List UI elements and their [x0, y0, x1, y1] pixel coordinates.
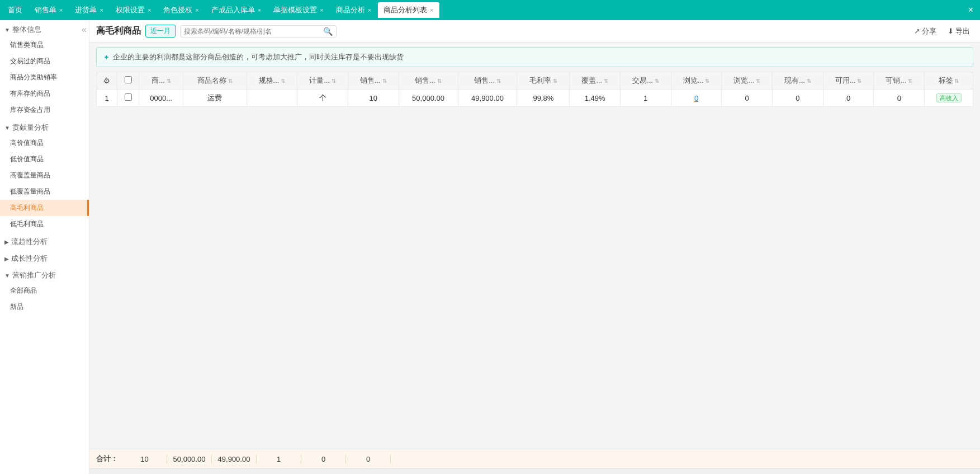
- tab-close-icon[interactable]: ×: [320, 7, 323, 13]
- sort-icon[interactable]: ⇅: [856, 78, 862, 84]
- col-header-views2[interactable]: 浏览... ⇅: [722, 72, 773, 90]
- col-label: 可销...: [886, 76, 906, 85]
- col-header-tag[interactable]: 标签 ⇅: [925, 72, 973, 90]
- sort-icon[interactable]: ⇅: [704, 78, 710, 84]
- nav-tab-角色授权[interactable]: 角色授权×: [158, 2, 204, 18]
- nav-tab-销售单[interactable]: 销售单×: [29, 2, 68, 18]
- sidebar-item-高覆盖量商品[interactable]: 高覆盖量商品: [0, 167, 89, 184]
- sidebar-group-贡献量分析[interactable]: ▼贡献量分析: [0, 118, 89, 135]
- cell-sellable_stock: 0: [874, 90, 925, 107]
- sort-icon[interactable]: ⇅: [551, 78, 557, 84]
- col-header-current_stock[interactable]: 现有... ⇅: [773, 72, 823, 90]
- tab-close-icon[interactable]: ×: [195, 7, 198, 13]
- col-header-available_stock[interactable]: 可用... ⇅: [823, 72, 874, 90]
- cell-checkbox[interactable]: [117, 90, 139, 107]
- search-icon[interactable]: 🔍: [323, 27, 333, 36]
- col-header-sellable_stock[interactable]: 可销... ⇅: [874, 72, 925, 90]
- sidebar-item-高毛利商品[interactable]: 高毛利商品: [0, 200, 89, 216]
- tab-close-icon[interactable]: ×: [368, 7, 371, 13]
- sidebar-collapse-button[interactable]: «: [82, 25, 87, 35]
- col-label: 可用...: [835, 76, 856, 85]
- col-header-sales_amount[interactable]: 销售... ⇅: [399, 72, 458, 90]
- sidebar-item-低毛利商品[interactable]: 低毛利商品: [0, 216, 89, 232]
- col-header-spec[interactable]: 规格... ⇅: [247, 72, 297, 90]
- page-title: 高毛利商品: [96, 25, 141, 37]
- sort-icon[interactable]: ⇅: [754, 78, 760, 84]
- sidebar-group-整体信息[interactable]: ▼整体信息: [0, 20, 89, 37]
- sidebar-group-营销推广分析[interactable]: ▼营销推广分析: [0, 266, 89, 283]
- tab-close-icon[interactable]: ×: [258, 7, 261, 13]
- footer-sales-profit: 49,900.00: [212, 455, 257, 463]
- col-header-views1[interactable]: 浏览... ⇅: [671, 72, 722, 90]
- share-icon: ↗: [914, 27, 920, 35]
- tab-close-icon[interactable]: ×: [430, 7, 433, 13]
- data-table: ⚙商... ⇅商品名称 ⇅规格... ⇅计量... ⇅销售... ⇅销售... …: [96, 72, 973, 107]
- sidebar-item-有库存的商品[interactable]: 有库存的商品: [0, 86, 89, 102]
- nav-tab-商品分析列表[interactable]: 商品分析列表×: [378, 2, 439, 18]
- sidebar-item-低覆盖量商品[interactable]: 低覆盖量商品: [0, 184, 89, 200]
- nav-tab-商品分析[interactable]: 商品分析×: [330, 2, 377, 18]
- col-label: 销售...: [474, 76, 495, 85]
- col-header-transaction[interactable]: 交易... ⇅: [621, 72, 671, 90]
- footer-available-stock: 0: [346, 455, 391, 463]
- cell-spec: [247, 90, 297, 107]
- footer-current-stock: 0: [301, 455, 346, 463]
- sort-icon[interactable]: ⇅: [653, 78, 659, 84]
- search-input[interactable]: [184, 27, 323, 35]
- window-close-button[interactable]: ×: [964, 5, 978, 15]
- col-header-unit[interactable]: 计量... ⇅: [297, 72, 348, 90]
- sidebar-item-全部商品[interactable]: 全部商品: [0, 283, 89, 299]
- tab-close-icon[interactable]: ×: [100, 7, 103, 13]
- sort-icon[interactable]: ⇅: [805, 78, 811, 84]
- nav-tab-进货单[interactable]: 进货单×: [69, 2, 108, 18]
- select-all-checkbox[interactable]: [125, 76, 132, 83]
- sidebar-item-低价值商品[interactable]: 低价值商品: [0, 151, 89, 167]
- settings-icon[interactable]: ⚙: [103, 77, 110, 85]
- sort-icon[interactable]: ⇅: [953, 78, 959, 84]
- tab-close-icon[interactable]: ×: [148, 7, 151, 13]
- col-header-sku_code[interactable]: 商... ⇅: [139, 72, 183, 90]
- sort-icon[interactable]: ⇅: [279, 78, 285, 84]
- tab-close-icon[interactable]: ×: [59, 7, 63, 13]
- sort-icon[interactable]: ⇅: [602, 78, 608, 84]
- table-wrapper: ⚙商... ⇅商品名称 ⇅规格... ⇅计量... ⇅销售... ⇅销售... …: [96, 72, 973, 449]
- col-header-settings[interactable]: ⚙: [97, 72, 117, 90]
- share-button[interactable]: ↗ 分享: [911, 25, 940, 37]
- footer-transaction: 1: [257, 455, 301, 463]
- cell-views1[interactable]: 0: [671, 90, 722, 107]
- export-button[interactable]: ⬇ 导出: [944, 25, 973, 37]
- row-checkbox[interactable]: [125, 93, 132, 101]
- sort-icon[interactable]: ⇅: [495, 78, 501, 84]
- views-link[interactable]: 0: [694, 94, 698, 102]
- col-header-sales_qty[interactable]: 销售... ⇅: [348, 72, 399, 90]
- col-label: 浏览...: [733, 76, 754, 85]
- sidebar-group-成长性分析[interactable]: ▶成长性分析: [0, 249, 89, 266]
- footer-cells: 10 50,000.00 49,900.00 1 0 0: [122, 455, 973, 463]
- time-filter-button[interactable]: 近一月: [145, 25, 176, 37]
- col-header-sales_profit[interactable]: 销售... ⇅: [458, 72, 517, 90]
- sidebar-item-销售类商品[interactable]: 销售类商品: [0, 37, 89, 53]
- col-header-gross_margin[interactable]: 毛利率 ⇅: [517, 72, 570, 90]
- nav-tab-产成品入库单[interactable]: 产成品入库单×: [206, 2, 267, 18]
- col-header-checkbox[interactable]: [117, 72, 139, 90]
- col-header-coverage[interactable]: 覆盖... ⇅: [570, 72, 621, 90]
- nav-tab-权限设置[interactable]: 权限设置×: [110, 2, 157, 18]
- sidebar-item-交易过的商品[interactable]: 交易过的商品: [0, 53, 89, 69]
- sort-icon[interactable]: ⇅: [330, 78, 336, 84]
- col-header-name[interactable]: 商品名称 ⇅: [183, 72, 247, 90]
- sort-icon[interactable]: ⇅: [906, 78, 912, 84]
- sidebar-item-商品分类助销率[interactable]: 商品分类助销率: [0, 69, 89, 86]
- sort-icon[interactable]: ⇅: [165, 78, 171, 84]
- sidebar-item-新品[interactable]: 新品: [0, 299, 89, 315]
- sidebar-group-流趋性分析[interactable]: ▶流趋性分析: [0, 232, 89, 249]
- nav-tab-首页[interactable]: 首页: [2, 2, 28, 18]
- cell-tag: 高收入: [925, 90, 973, 107]
- sort-icon[interactable]: ⇅: [435, 78, 442, 84]
- sidebar-item-库存资金占用[interactable]: 库存资金占用: [0, 102, 89, 118]
- sidebar-item-高价值商品[interactable]: 高价值商品: [0, 135, 89, 151]
- nav-tab-单据模板设置[interactable]: 单据模板设置×: [268, 2, 329, 18]
- sort-icon[interactable]: ⇅: [226, 78, 233, 84]
- header-actions: ↗ 分享 ⬇ 导出: [911, 25, 973, 37]
- sort-icon[interactable]: ⇅: [381, 78, 387, 84]
- nav-tab-label: 角色授权: [163, 5, 192, 15]
